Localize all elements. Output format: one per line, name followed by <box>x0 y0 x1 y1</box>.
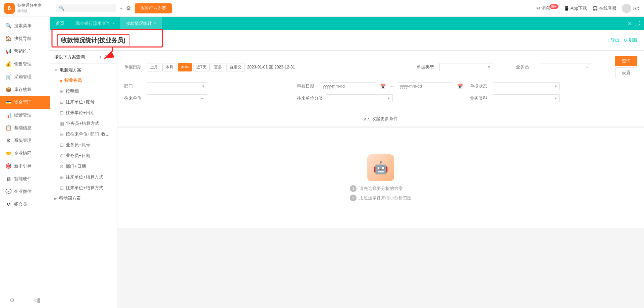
scheme-item-detail-icon: ⊞ <box>60 89 64 94</box>
online-service-btn[interactable]: 🎧 在线客服 <box>592 5 616 11</box>
finance-icon: 💳 <box>5 99 11 105</box>
sidebar-item-quicknav[interactable]: 🏠 快捷导航 <box>0 32 50 45</box>
tab-collection-stats[interactable]: 收款情况统计 × <box>120 17 162 30</box>
result-area: 🤖 1 请先选择要分析的方案 2 用过滤条件来缩小分析范围 <box>117 127 644 228</box>
topbar-search-icon: 🔍 <box>59 6 64 11</box>
sidebar-item-ops[interactable]: 📊 经营管理 <box>0 109 50 121</box>
scheme-group-mobile-label: 移动端方案 <box>59 195 81 201</box>
refresh-icon: ↻ <box>624 38 627 43</box>
refresh-btn[interactable]: ↻ 刷新 <box>624 37 637 43</box>
sidebar-item-finance[interactable]: 💳 资金管理 <box>0 96 50 109</box>
date-btn-this-month[interactable]: 本月 <box>162 63 176 71</box>
scheme-item-partner-date[interactable]: ⊟ 往来单位+日期 <box>50 107 117 118</box>
filter-dept-item: 部门 ▾ <box>124 82 291 90</box>
sidebar-footer-settings[interactable]: ⚙ <box>8 296 16 305</box>
tab-bank-flow[interactable]: 现金银行流水查询 × <box>70 17 120 30</box>
scheme-group-mobile-header[interactable]: ▶ 移动端方案 <box>50 193 117 203</box>
sidebar-item-collab[interactable]: 🤝 企业协同 <box>0 147 50 160</box>
sidebar-item-sales[interactable]: 💰 销售管理 <box>0 58 50 70</box>
scheme-item-salesman-date[interactable]: ⊙ 业务员+日期 <box>50 150 117 161</box>
step-num-1: 1 <box>350 185 357 192</box>
scheme-settings-btn[interactable]: ⚙ <box>104 54 108 60</box>
filter-review-date-start[interactable] <box>320 82 376 90</box>
topbar-search-area[interactable]: 🔍 <box>56 4 116 12</box>
scheme-item-partner-account-icon: ⊟ <box>60 99 64 105</box>
topbar-user[interactable]: Rit <box>622 4 639 13</box>
scheme-collapse-btn[interactable]: « <box>110 54 113 60</box>
scheme-item-salesman-icon: ● <box>60 78 62 83</box>
scheme-item-partner-account[interactable]: ⊟ 往来单位+账号 <box>50 97 117 107</box>
trial-btn[interactable]: 体验行业方案 <box>135 3 172 13</box>
topbar-dropdown-icon[interactable]: ▾ <box>120 6 122 11</box>
topbar-search-input[interactable] <box>66 6 107 11</box>
filter-voucher-status-select[interactable]: ▾ <box>493 82 560 90</box>
filter-partner-category-select[interactable]: ▾ <box>326 94 393 102</box>
topbar-gear-btn[interactable]: ⚙ <box>126 5 131 11</box>
topbar: 🔍 ▾ ⚙ 体验行业方案 ✉ 消息 99+ 📱 App下载 🎧 在线 <box>50 0 644 17</box>
messages-btn[interactable]: ✉ 消息 99+ <box>536 5 558 11</box>
sidebar-footer-collapse[interactable]: ◁‖ <box>32 296 42 305</box>
review-date-calendar1[interactable]: 📅 <box>380 84 386 89</box>
tab-collection-stats-close[interactable]: × <box>154 21 156 26</box>
empty-robot-icon: 🤖 <box>367 154 394 181</box>
filter-biz-type-select[interactable]: ▾ <box>493 94 560 102</box>
sidebar-item-member[interactable]: V 畅会员 <box>0 198 50 211</box>
date-btn-this-year[interactable]: 本年 <box>178 63 192 71</box>
filter-partner-select[interactable]: ··· <box>147 94 207 102</box>
guide-icon: 🎯 <box>5 163 11 169</box>
collapse-btn[interactable]: ∧∧ 收起更多条件 <box>364 116 398 122</box>
app-download-btn[interactable]: 📱 App下载 <box>564 5 587 11</box>
sidebar-item-search[interactable]: 🔍 搜索菜单 <box>0 19 50 32</box>
collapse-label: 收起更多条件 <box>372 116 398 122</box>
salesman-arrow: ··· <box>586 65 589 69</box>
filter-dept-select[interactable]: ▾ <box>147 82 207 90</box>
filter-voucher-type-select[interactable]: ▾ <box>439 63 493 71</box>
sidebar-item-purchase[interactable]: 🛒 采购管理 <box>0 70 50 83</box>
sidebar-item-hardware[interactable]: 🖥 智能硬件 <box>0 172 50 185</box>
scheme-item-by-salesman[interactable]: ● 按业务员 <box>50 75 117 86</box>
filter-action-btns: 查询 设置 <box>615 56 637 78</box>
message-icon: ✉ <box>536 6 540 11</box>
scheme-add-btn[interactable]: + <box>99 54 102 60</box>
scheme-item-partner-settlement1[interactable]: ⊞ 往来单位+结算方式 <box>50 172 117 183</box>
sidebar-item-wechat[interactable]: 💬 企业微信 <box>0 185 50 198</box>
scheme-item-salesman-settlement[interactable]: ▦ 业务员+结算方式 <box>50 118 117 129</box>
partner-dots: ··· <box>201 96 204 101</box>
sidebar-item-guide[interactable]: 🎯 新手引导 <box>0 160 50 172</box>
topbar-actions: ✉ 消息 99+ 📱 App下载 🎧 在线客服 Rit <box>536 4 639 13</box>
filter-salesman-select[interactable]: ··· <box>539 63 592 71</box>
date-btn-last-month[interactable]: 上月 <box>147 63 161 71</box>
filter-review-date-end[interactable] <box>397 82 453 90</box>
export-btn[interactable]: ↑ 导出 <box>607 37 620 43</box>
sidebar-item-inventory[interactable]: 📦 库存核算 <box>0 83 50 96</box>
tabbar-close-all[interactable]: ✕ <box>628 20 632 27</box>
step-2-text: 用过滤条件来缩小分析范围 <box>359 195 412 201</box>
date-btn-more[interactable]: 更多 <box>211 63 225 71</box>
filter-dept-label: 部门 <box>124 83 144 89</box>
sidebar-footer: ⚙ ◁‖ <box>0 292 50 308</box>
step-num-2: 2 <box>350 195 357 201</box>
tab-bank-flow-close[interactable]: × <box>112 21 115 26</box>
scheme-item-partner-dept-collect[interactable]: ⊟ 按往来单位+部门+收... <box>50 129 117 140</box>
review-date-calendar2[interactable]: 📅 <box>457 84 463 89</box>
scheme-item-dept-date[interactable]: ⊙ 部门+日期 <box>50 161 117 172</box>
app-logo: 6 畅捷通好生意 标准版 <box>0 0 50 17</box>
query-btn[interactable]: 查询 <box>615 56 637 66</box>
setting-btn[interactable]: 设置 <box>615 67 637 78</box>
filter-review-date-item: 审核日期 📅 — 📅 <box>297 82 464 90</box>
filter-row-1: 单据日期 上月 本月 本年 近7天 更多 自定义 2023-01-01 <box>124 56 637 78</box>
scheme-group-pc-header[interactable]: ▼ 电脑端方案 <box>50 65 117 75</box>
sidebar-item-marketing[interactable]: 📢 营销推广 <box>0 45 50 58</box>
scheme-item-salesman-account[interactable]: ⊟ 业务员+账号 <box>50 140 117 150</box>
date-range: 2023-01-01 至 2023-12-31 <box>247 64 295 70</box>
scheme-item-partner-settlement2[interactable]: ⊟ 往来单位+结算方式 <box>50 183 117 193</box>
tabbar-maximize[interactable]: ⛶ <box>635 20 640 27</box>
tab-home[interactable]: 首页 <box>50 17 70 30</box>
sidebar-item-system[interactable]: ⚙ 系统管理 <box>0 134 50 147</box>
date-btn-custom[interactable]: 自定义 <box>226 63 245 71</box>
sidebar-item-basic[interactable]: 📋 基础信息 <box>0 121 50 134</box>
date-btn-7days[interactable]: 近7天 <box>193 63 210 71</box>
scheme-item-salesman-date-icon: ⊙ <box>60 153 64 158</box>
tab-collection-stats-label: 收款情况统计 <box>126 20 152 27</box>
scheme-item-detail[interactable]: ⊞ 按明细 <box>50 86 117 97</box>
